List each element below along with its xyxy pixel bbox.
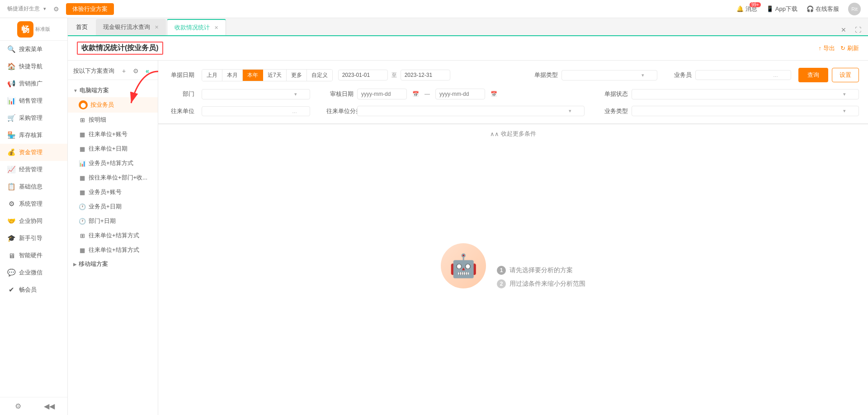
empty-illustration: 🤖 (441, 243, 486, 288)
date-tab-custom[interactable]: 自定义 (307, 70, 332, 81)
date-tabs: 上月 本月 本年 近7天 更多 自定义 (202, 69, 333, 81)
tab-collection-close[interactable]: ✕ (214, 25, 218, 31)
brand-icon: 畅 (17, 21, 33, 38)
review-date-start[interactable] (357, 89, 407, 99)
tree-group-desktop-title[interactable]: ▼ 电脑端方案 (68, 84, 158, 97)
instruction-2-label: 用过滤条件来缩小分析范围 (509, 280, 585, 288)
tab-bar-actions: ✕ ⛶ (838, 24, 868, 35)
tab-cashflow-close[interactable]: ✕ (155, 24, 159, 30)
refresh-button[interactable]: ↻ 刷新 (840, 44, 859, 52)
date-end-input[interactable] (401, 70, 450, 80)
sidebar-item-wechat[interactable]: 💬 企业微信 (0, 264, 67, 281)
counterpart-select[interactable]: … (202, 106, 310, 116)
date-label: 单据日期 (167, 71, 194, 79)
sidebar-item-sales-label: 销售管理 (19, 97, 42, 105)
tab-cashflow[interactable]: 现金银行流水查询 ✕ (96, 19, 166, 35)
sidebar-item-operations[interactable]: 📈 经营管理 (0, 161, 67, 178)
review-date-end[interactable] (435, 89, 485, 99)
sidebar-item-sales[interactable]: 📊 销售管理 (0, 92, 67, 109)
tree-item-unit-account[interactable]: ▦ 往来单位+账号 (68, 127, 158, 141)
date-tab-7days[interactable]: 近7天 (263, 70, 287, 81)
counterpart-type-arrow: ▾ (569, 108, 571, 114)
sidebar-item-system-label: 系统管理 (19, 200, 42, 208)
review-date-start-cal[interactable]: 📅 (412, 91, 419, 97)
setting-scheme-btn[interactable]: ⚙ (131, 66, 141, 76)
app-download-button[interactable]: 📱 App下载 (766, 5, 797, 13)
tree-item-unit-settlement1-label: 往来单位+结算方式 (89, 231, 139, 240)
export-button[interactable]: ↑ 导出 (819, 44, 835, 52)
sidebar-item-basic[interactable]: 📋 基础信息 (0, 178, 67, 195)
refresh-label: 刷新 (847, 44, 859, 52)
sidebar-item-marketing[interactable]: 📢 营销推广 (0, 75, 67, 92)
tab-home-label: 首页 (76, 23, 88, 31)
salesperson-select[interactable]: … (695, 70, 791, 80)
tree-item-unit-settlement1[interactable]: ⊞ 往来单位+结算方式 (68, 228, 158, 243)
tree-item-salesperson-account[interactable]: ▦ 业务员+账号 (68, 185, 158, 199)
tab-expand-btn[interactable]: ⛶ (853, 24, 863, 35)
unit-date-icon: ▦ (79, 145, 86, 152)
unit-dept-icon: ▦ (79, 174, 86, 181)
date-tab-this-month[interactable]: 本月 (222, 70, 243, 81)
sidebar-item-hardware[interactable]: 🖥 智能硬件 (0, 247, 67, 264)
quicknav-icon: 🏠 (7, 62, 15, 71)
message-button[interactable]: 🔔 消息 99+ (736, 5, 757, 13)
tree-item-by-detail[interactable]: ⊞ 按明细 (68, 113, 158, 127)
inventory-icon: 🏪 (7, 131, 15, 139)
counterpart-type-select[interactable]: ▾ (357, 106, 585, 116)
tree-item-unit-settlement2[interactable]: ▦ 往来单位+结算方式 (68, 243, 158, 257)
date-tab-more[interactable]: 更多 (287, 70, 307, 81)
trial-button[interactable]: 体验行业方案 (66, 3, 114, 15)
tree-item-unit-dept[interactable]: ▦ 按往来单位+部门+收... (68, 170, 158, 185)
settings-bottom-btn[interactable]: ⚙ (5, 402, 32, 410)
tree-group-mobile-title[interactable]: ▶ 移动端方案 (68, 257, 158, 271)
sidebar-item-finance[interactable]: 💰 资金管理 (0, 144, 67, 161)
gear-icon[interactable]: ⚙ (50, 3, 62, 15)
sidebar-item-enterprise[interactable]: 🤝 企业协同 (0, 212, 67, 230)
sidebar-menu: 🔍 搜索菜单 🏠 快捷导航 📢 营销推广 📊 销售管理 🛒 采购管理 🏪 库存核… (0, 41, 67, 397)
tree-item-unit-date-label: 往来单位+日期 (89, 145, 127, 153)
department-arrow: ▾ (294, 91, 297, 97)
tree-item-unit-date[interactable]: ▦ 往来单位+日期 (68, 141, 158, 156)
instruction-2: 2 用过滤条件来缩小分析范围 (497, 279, 585, 288)
tab-home[interactable]: 首页 (69, 19, 95, 35)
voucher-type-select[interactable]: ▾ (561, 70, 657, 80)
tree-item-salesperson-settlement[interactable]: 📊 业务员+结算方式 (68, 156, 158, 170)
salesperson-date-icon: 🕐 (79, 203, 86, 210)
department-select[interactable]: ▾ (202, 89, 310, 99)
dropdown-icon[interactable]: ▾ (43, 6, 46, 12)
sidebar-item-inventory[interactable]: 🏪 库存核算 (0, 127, 67, 144)
tab-collection[interactable]: 收款情况统计 ✕ (167, 19, 226, 35)
voucher-status-arrow: ▾ (843, 91, 846, 97)
tree-item-by-salesperson[interactable]: ⬤ 按业务员 (68, 97, 158, 113)
query-button[interactable]: 查询 (798, 68, 828, 82)
tree-item-dept-date[interactable]: 🕐 部门+日期 (68, 214, 158, 228)
user-avatar[interactable]: Rit (848, 3, 861, 15)
review-date-end-cal[interactable]: 📅 (491, 91, 497, 97)
sidebar-item-system[interactable]: ⚙ 系统管理 (0, 195, 67, 212)
business-type-select[interactable]: ▾ (632, 106, 859, 116)
page-header-actions: ↑ 导出 ↻ 刷新 (819, 44, 859, 52)
salesperson-filter: 业务员 … (665, 70, 791, 80)
edition-label: 标准版 (35, 26, 50, 33)
counterpart-label: 往来单位 (167, 107, 194, 115)
voucher-status-select[interactable]: ▾ (632, 89, 859, 99)
date-tab-last-month[interactable]: 上月 (202, 70, 222, 81)
add-scheme-btn[interactable]: + (119, 66, 129, 76)
collapse-btn[interactable]: ◀◀ (36, 402, 63, 410)
bell-icon: 🔔 (736, 5, 744, 12)
sidebar-item-quicknav[interactable]: 🏠 快捷导航 (0, 58, 67, 75)
sidebar-item-search[interactable]: 🔍 搜索菜单 (0, 41, 67, 58)
sidebar-item-hardware-label: 智能硬件 (19, 251, 42, 259)
date-start-input[interactable] (338, 70, 388, 80)
tree-item-salesperson-date[interactable]: 🕐 业务员+日期 (68, 199, 158, 214)
set-button[interactable]: 设置 (832, 68, 859, 82)
sidebar-item-newbie[interactable]: 🎓 新手引导 (0, 230, 67, 247)
sidebar-item-member[interactable]: ✔ 畅会员 (0, 281, 67, 298)
tab-close-all-btn[interactable]: ✕ (838, 24, 849, 35)
date-tab-this-year[interactable]: 本年 (243, 70, 263, 81)
collapse-more-bar[interactable]: ∧∧ 收起更多条件 (158, 124, 868, 143)
message-badge: 99+ (750, 2, 761, 7)
sidebar-item-purchase[interactable]: 🛒 采购管理 (0, 109, 67, 127)
collapse-panel-btn[interactable]: « (142, 66, 152, 76)
online-service-button[interactable]: 🎧 在线客服 (807, 5, 839, 13)
